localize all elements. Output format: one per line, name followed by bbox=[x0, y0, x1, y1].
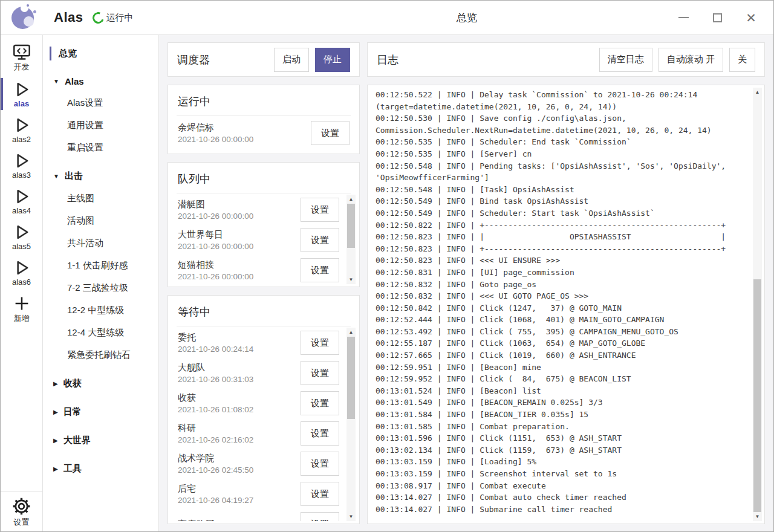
rail-item-label: alas4 bbox=[12, 206, 31, 215]
task-settings-button[interactable]: 设置 bbox=[301, 391, 339, 415]
scroll-down-icon[interactable]: ▼ bbox=[346, 275, 356, 284]
task-settings-button[interactable]: 设置 bbox=[301, 331, 339, 355]
sidebar-item-label: 7-2 三战捡垃圾 bbox=[67, 282, 128, 293]
log-scrollbar[interactable]: ▲ ▼ bbox=[753, 88, 762, 521]
play-icon bbox=[13, 80, 31, 99]
sidebar-item-general-settings[interactable]: 通用设置 bbox=[43, 114, 158, 137]
log-line: 00:12:50.823 | INFO | <<< UI ENSURE >>> bbox=[376, 255, 748, 267]
sidebar-group-label: 日常 bbox=[63, 406, 82, 418]
sidebar-item-12-4[interactable]: 12-4 大型练级 bbox=[43, 322, 158, 344]
rail-item-dev[interactable]: 开发 bbox=[1, 39, 42, 76]
rail-item-add[interactable]: 新增 bbox=[1, 290, 42, 328]
sidebar-group-daily[interactable]: ▶日常 bbox=[43, 401, 158, 423]
sidebar-group-reward[interactable]: ▶收获 bbox=[43, 372, 158, 395]
log-output: 00:12:50.522 | INFO | Delay task `Commis… bbox=[370, 88, 753, 521]
task-time: 2021-10-26 04:19:27 bbox=[178, 495, 301, 506]
queued-scrollbar[interactable]: ▲ ▼ bbox=[346, 195, 356, 284]
log-line: 00:12:50.522 | INFO | Delay task `Commis… bbox=[376, 89, 748, 112]
task-time: 2021-10-26 01:08:02 bbox=[178, 404, 301, 415]
task-settings-button[interactable]: 设置 bbox=[301, 421, 339, 446]
sidebar-group-sortie[interactable]: ▼出击 bbox=[43, 165, 158, 187]
log-line: 00:13:14.027 | INFO | Submarine call tim… bbox=[376, 504, 748, 516]
rail-item-alas5[interactable]: alas5 bbox=[1, 219, 42, 255]
task-row: 大世界每日 2021-10-26 00:00:00 设置 bbox=[178, 225, 339, 255]
task-settings-button[interactable]: 设置 bbox=[311, 121, 350, 145]
rail-item-label: alas3 bbox=[12, 170, 31, 180]
sidebar-item-label: 共斗活动 bbox=[67, 238, 103, 248]
sidebar-item-urgent-commission[interactable]: 紧急委托刷钻石 bbox=[43, 344, 158, 366]
sidebar-item-7-2[interactable]: 7-2 三战捡垃圾 bbox=[43, 277, 158, 299]
sidebar-item-overview[interactable]: 总览 bbox=[43, 42, 158, 65]
rail-item-label: alas5 bbox=[12, 242, 31, 251]
minimize-icon bbox=[678, 17, 689, 18]
sidebar-item-1-1[interactable]: 1-1 伏击刷好感 bbox=[43, 255, 158, 277]
sidebar-item-main-map[interactable]: 主线图 bbox=[43, 187, 158, 210]
task-name: 大世界每日 bbox=[178, 228, 301, 241]
autoscroll-toggle-button[interactable]: 自动滚动 开 bbox=[659, 48, 723, 72]
sidebar-group-opsi[interactable]: ▶大世界 bbox=[43, 429, 158, 452]
sidebar-item-alas-settings[interactable]: Alas设置 bbox=[43, 92, 158, 114]
task-time: 2021-10-26 02:45:50 bbox=[178, 465, 301, 476]
maximize-icon bbox=[713, 13, 722, 22]
task-time: 2021-10-26 00:00:00 bbox=[178, 134, 311, 145]
task-row: 战术学院 2021-10-26 02:45:50 设置 bbox=[178, 449, 339, 479]
sidebar-item-12-2[interactable]: 12-2 中型练级 bbox=[43, 299, 158, 322]
log-line: 00:12:50.549 | INFO | Bind task OpsiAshA… bbox=[376, 195, 748, 207]
task-settings-button[interactable]: 设置 bbox=[301, 512, 339, 521]
start-button[interactable]: 启动 bbox=[274, 48, 309, 72]
scroll-up-icon[interactable]: ▲ bbox=[753, 88, 762, 97]
log-line: 00:12:59.952 | INFO | Click ( 84, 675) @… bbox=[376, 373, 748, 385]
rail-item-alas[interactable]: alas bbox=[1, 76, 42, 112]
task-settings-button[interactable]: 设置 bbox=[301, 482, 339, 506]
scroll-up-icon[interactable]: ▲ bbox=[346, 195, 356, 204]
task-settings-button[interactable]: 设置 bbox=[301, 361, 339, 385]
play-icon bbox=[13, 259, 31, 277]
scrollbar-thumb[interactable] bbox=[347, 204, 355, 248]
sidebar-group-tools[interactable]: ▶工具 bbox=[43, 458, 158, 480]
task-time: 2021-10-26 00:00:00 bbox=[178, 211, 301, 222]
app-title: Alas bbox=[54, 10, 83, 25]
scroll-up-icon[interactable]: ▲ bbox=[346, 328, 356, 337]
log-line: 00:12:50.535 | INFO | [Server] cn bbox=[376, 148, 748, 160]
rail-item-alas6[interactable]: alas6 bbox=[1, 255, 42, 290]
log-line: 00:12:55.187 | INFO | Click (1063, 654) … bbox=[376, 337, 748, 349]
rail-item-label: 开发 bbox=[14, 62, 30, 73]
dev-monitor-icon bbox=[12, 43, 31, 61]
titlebar: Alas 运行中 总览 ✕ bbox=[1, 1, 773, 35]
task-settings-button[interactable]: 设置 bbox=[301, 198, 339, 222]
task-settings-button[interactable]: 设置 bbox=[301, 258, 339, 282]
scroll-down-icon[interactable]: ▼ bbox=[753, 512, 762, 521]
waiting-scrollbar[interactable]: ▲ ▼ bbox=[346, 328, 356, 521]
rail-item-alas4[interactable]: alas4 bbox=[1, 183, 42, 219]
task-settings-button[interactable]: 设置 bbox=[301, 228, 339, 252]
scroll-down-icon[interactable]: ▼ bbox=[346, 512, 356, 521]
clear-log-button[interactable]: 清空日志 bbox=[599, 48, 652, 72]
rail-item-settings[interactable]: 设置 bbox=[1, 491, 42, 531]
sidebar-item-event-map[interactable]: 活动图 bbox=[43, 210, 158, 232]
collapse-log-button[interactable]: 关 bbox=[729, 48, 755, 72]
log-line: 00:12:50.823 | INFO | | OPSIASHASSIST | bbox=[376, 231, 748, 243]
task-row: 商店购买 设置 bbox=[178, 509, 339, 521]
log-line: 00:13:03.159 | INFO | Screenshot interva… bbox=[376, 468, 748, 480]
task-settings-button[interactable]: 设置 bbox=[301, 452, 339, 476]
rail-item-alas2[interactable]: alas2 bbox=[1, 112, 42, 148]
stop-button[interactable]: 停止 bbox=[315, 48, 350, 72]
sidebar-item-coalition[interactable]: 共斗活动 bbox=[43, 232, 158, 255]
scrollbar-thumb[interactable] bbox=[753, 279, 761, 512]
close-button[interactable]: ✕ bbox=[743, 10, 759, 25]
sidebar-item-label: 12-4 大型练级 bbox=[67, 327, 124, 337]
log-line: 00:12:50.535 | INFO | Scheduler: End tas… bbox=[376, 136, 748, 148]
log-line: 00:12:50.822 | INFO | +-----------------… bbox=[376, 219, 748, 232]
sidebar-item-restart-settings[interactable]: 重启设置 bbox=[43, 137, 158, 159]
maximize-button[interactable] bbox=[709, 10, 725, 25]
log-line: 00:12:50.842 | INFO | Click (1247, 37) @… bbox=[376, 302, 748, 314]
queued-list: 潜艇图 2021-10-26 00:00:00 设置 大世界每日 2021-10… bbox=[178, 195, 346, 284]
sidebar-group-alas[interactable]: ▼Alas bbox=[43, 71, 158, 92]
task-name: 潜艇图 bbox=[178, 198, 301, 211]
task-name: 科研 bbox=[178, 421, 301, 435]
status-label: 运行中 bbox=[106, 12, 133, 24]
scrollbar-thumb[interactable] bbox=[347, 337, 355, 419]
minimize-button[interactable] bbox=[675, 10, 691, 25]
rail-item-alas3[interactable]: alas3 bbox=[1, 148, 42, 183]
page-title: 总览 bbox=[457, 11, 477, 25]
